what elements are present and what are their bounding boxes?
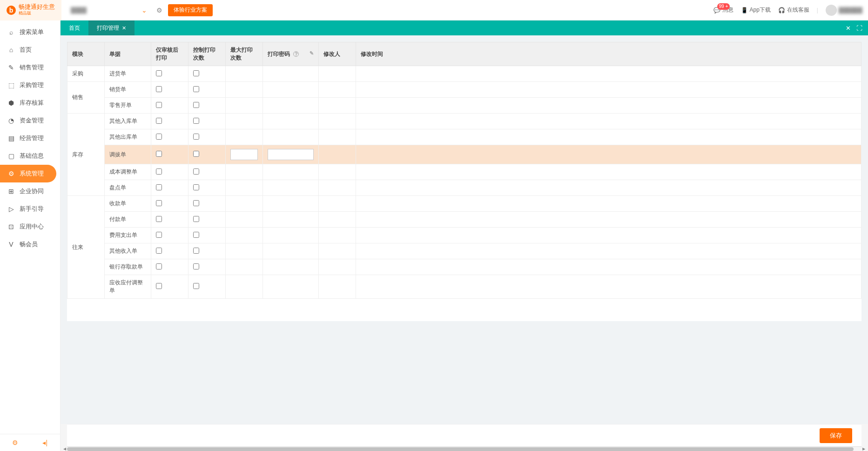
control-count-checkbox[interactable] bbox=[193, 168, 199, 175]
control-count-checkbox[interactable] bbox=[193, 70, 199, 76]
password-cell[interactable] bbox=[263, 114, 319, 129]
max-count-cell[interactable] bbox=[226, 275, 263, 299]
tab-0[interactable]: 首页 bbox=[61, 20, 88, 35]
only-approve-checkbox[interactable] bbox=[156, 86, 162, 92]
sidebar-item-4[interactable]: ⬢库存核算 bbox=[0, 94, 60, 112]
max-count-cell[interactable] bbox=[226, 212, 263, 228]
industry-cta-button[interactable]: 体验行业方案 bbox=[168, 4, 213, 16]
sidebar-item-7[interactable]: ▢基础信息 bbox=[0, 147, 60, 165]
sidebar-item-11[interactable]: ⊡应用中心 bbox=[0, 218, 60, 236]
tab-close-icon[interactable]: ✕ bbox=[122, 25, 126, 31]
max-count-cell[interactable] bbox=[226, 66, 263, 82]
only-approve-checkbox[interactable] bbox=[156, 216, 162, 222]
doc-cell: 费用支出单 bbox=[105, 228, 151, 243]
password-cell[interactable] bbox=[263, 82, 319, 98]
password-cell[interactable] bbox=[263, 98, 319, 114]
sidebar-item-12[interactable]: V畅会员 bbox=[0, 236, 60, 253]
sidebar-item-8[interactable]: ⚙系统管理 bbox=[0, 165, 56, 182]
control-count-cell bbox=[188, 145, 226, 164]
th-module: 模块 bbox=[67, 42, 105, 66]
max-count-cell[interactable] bbox=[226, 82, 263, 98]
control-count-checkbox[interactable] bbox=[193, 200, 199, 206]
fullscreen-icon[interactable]: ⛶ bbox=[856, 25, 862, 32]
sidebar-item-10[interactable]: ▷新手引导 bbox=[0, 200, 60, 218]
password-cell[interactable] bbox=[263, 212, 319, 228]
only-approve-checkbox[interactable] bbox=[156, 184, 162, 190]
sidebar-settings-button[interactable]: ⚙ bbox=[0, 434, 30, 451]
tenant-selector[interactable]: ████ ⌄ bbox=[67, 4, 151, 16]
tab-close-all-icon[interactable]: ✕ bbox=[846, 25, 851, 32]
only-approve-checkbox[interactable] bbox=[156, 168, 162, 175]
sidebar-item-label: 搜索菜单 bbox=[20, 28, 44, 36]
max-count-cell[interactable] bbox=[226, 114, 263, 129]
sidebar-item-9[interactable]: ⊞企业协同 bbox=[0, 182, 60, 200]
support-button[interactable]: 🎧 在线客服 bbox=[778, 6, 809, 14]
max-count-cell[interactable] bbox=[226, 228, 263, 243]
password-cell[interactable] bbox=[263, 164, 319, 180]
control-count-checkbox[interactable] bbox=[193, 151, 199, 157]
sidebar-item-6[interactable]: ▤经营管理 bbox=[0, 129, 60, 147]
sidebar-item-1[interactable]: ⌂首页 bbox=[0, 41, 60, 59]
only-approve-checkbox[interactable] bbox=[156, 70, 162, 76]
control-count-checkbox[interactable] bbox=[193, 118, 199, 124]
scrollbar-thumb[interactable] bbox=[67, 447, 854, 451]
control-count-checkbox[interactable] bbox=[193, 134, 199, 140]
edit-column-icon[interactable]: ✎ bbox=[310, 50, 314, 56]
user-menu[interactable]: ██████ bbox=[826, 5, 862, 16]
table-row: 其他出库单 bbox=[67, 129, 861, 145]
only-approve-checkbox[interactable] bbox=[156, 102, 162, 108]
app-download-button[interactable]: 📱 App下载 bbox=[741, 6, 771, 14]
only-approve-checkbox[interactable] bbox=[156, 232, 162, 238]
control-count-checkbox[interactable] bbox=[193, 184, 199, 190]
control-count-cell bbox=[188, 66, 226, 82]
messages-button[interactable]: 💬 99 + 消息 bbox=[713, 6, 733, 14]
max-count-cell[interactable] bbox=[226, 180, 263, 196]
max-count-cell[interactable] bbox=[226, 196, 263, 212]
sidebar-item-5[interactable]: ◔资金管理 bbox=[0, 112, 60, 129]
max-count-cell[interactable] bbox=[226, 243, 263, 259]
only-approve-checkbox[interactable] bbox=[156, 263, 162, 269]
sidebar-item-label: 新手引导 bbox=[20, 205, 44, 213]
table-row: 盘点单 bbox=[67, 180, 861, 196]
control-count-checkbox[interactable] bbox=[193, 263, 199, 269]
sidebar-item-2[interactable]: ✎销售管理 bbox=[0, 59, 60, 76]
control-count-checkbox[interactable] bbox=[193, 86, 199, 92]
control-count-checkbox[interactable] bbox=[193, 283, 199, 289]
separator: | bbox=[817, 7, 818, 13]
table-row: 库存其他入库单 bbox=[67, 114, 861, 129]
scroll-left-arrow[interactable]: ◀ bbox=[62, 447, 67, 451]
sidebar-item-3[interactable]: ⬚采购管理 bbox=[0, 76, 60, 94]
only-approve-checkbox[interactable] bbox=[156, 248, 162, 254]
max-count-cell[interactable] bbox=[226, 164, 263, 180]
password-cell[interactable] bbox=[263, 228, 319, 243]
max-count-cell[interactable] bbox=[226, 145, 263, 164]
tab-1[interactable]: 打印管理✕ bbox=[88, 20, 135, 35]
only-approve-checkbox[interactable] bbox=[156, 118, 162, 124]
sidebar-item-0[interactable]: ⌕搜索菜单 bbox=[0, 23, 60, 41]
only-approve-checkbox[interactable] bbox=[156, 151, 162, 157]
password-cell[interactable] bbox=[263, 145, 319, 164]
control-count-checkbox[interactable] bbox=[193, 216, 199, 222]
scroll-right-arrow[interactable]: ▶ bbox=[861, 447, 866, 451]
control-count-checkbox[interactable] bbox=[193, 102, 199, 108]
password-cell[interactable] bbox=[263, 129, 319, 145]
only-approve-checkbox[interactable] bbox=[156, 283, 162, 289]
password-cell[interactable] bbox=[263, 180, 319, 196]
password-cell[interactable] bbox=[263, 196, 319, 212]
only-approve-checkbox[interactable] bbox=[156, 134, 162, 140]
settings-icon[interactable]: ⚙ bbox=[156, 7, 162, 14]
password-cell[interactable] bbox=[263, 259, 319, 275]
only-approve-checkbox[interactable] bbox=[156, 200, 162, 206]
max-count-cell[interactable] bbox=[226, 129, 263, 145]
sidebar-collapse-button[interactable]: ◂| bbox=[30, 434, 61, 451]
save-button[interactable]: 保存 bbox=[820, 428, 852, 443]
help-icon[interactable]: ? bbox=[293, 51, 299, 57]
password-cell[interactable] bbox=[263, 66, 319, 82]
control-count-checkbox[interactable] bbox=[193, 232, 199, 238]
horizontal-scrollbar[interactable]: ◀ ▶ bbox=[67, 446, 861, 451]
password-cell[interactable] bbox=[263, 275, 319, 299]
password-cell[interactable] bbox=[263, 243, 319, 259]
max-count-cell[interactable] bbox=[226, 259, 263, 275]
max-count-cell[interactable] bbox=[226, 98, 263, 114]
control-count-checkbox[interactable] bbox=[193, 248, 199, 254]
